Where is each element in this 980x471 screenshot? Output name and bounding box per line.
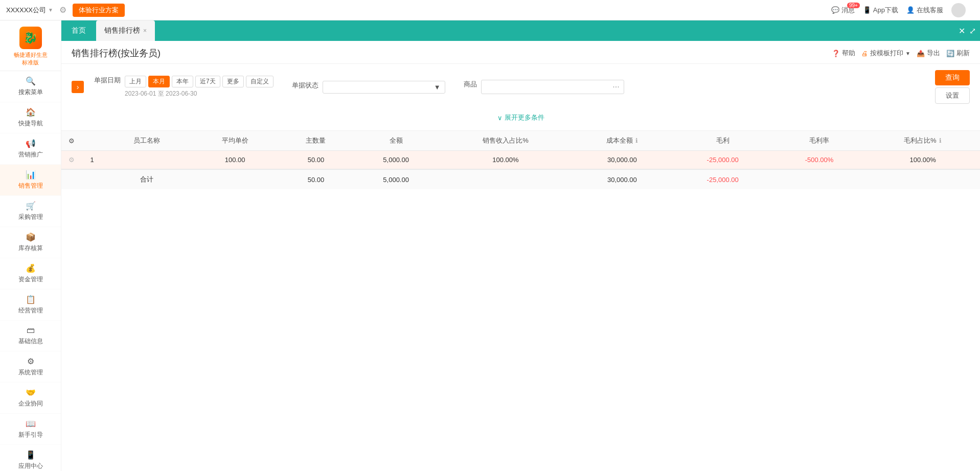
sidebar-item-label: 经营管理 [18, 306, 43, 315]
row-cost: 30,000.00 [572, 151, 672, 170]
sidebar-item-apps[interactable]: 📱 应用中心 [0, 445, 61, 471]
footer-gross: -25,000.00 [673, 169, 773, 189]
app-label: App下载 [873, 6, 898, 15]
table-row: ⚙ 1 100.00 50.00 5,000.00 100.00% 30,000… [61, 151, 980, 170]
tab-sales-ranking[interactable]: 销售排行榜 × [96, 20, 155, 41]
footer-gross-pct [865, 169, 980, 189]
sidebar-item-search[interactable]: 🔍 搜索菜单 [0, 71, 61, 102]
filter-expand-arrow[interactable]: › [72, 81, 84, 93]
sidebar-item-management[interactable]: 📋 经营管理 [0, 289, 61, 321]
sidebar-item-inventory[interactable]: 📦 库存核算 [0, 227, 61, 258]
sidebar-item-system[interactable]: ⚙ 系统管理 [0, 351, 61, 383]
page-content: 销售排行榜(按业务员) ❓ 帮助 🖨 按模板打印 ▼ 📤 导出 [61, 41, 980, 471]
tab-close-icon[interactable]: × [143, 27, 147, 34]
sidebar-item-purchase[interactable]: 🛒 采购管理 [0, 196, 61, 227]
col-gross: 毛利 [673, 131, 773, 151]
home-icon: 🏠 [26, 107, 36, 117]
cost-info-icon[interactable]: ℹ [635, 137, 638, 144]
settings-icon[interactable]: ⚙ [59, 5, 66, 15]
date-btn-this-year[interactable]: 本年 [172, 76, 193, 87]
window-close-button[interactable]: ✕ [959, 26, 965, 36]
tab-home-label: 首页 [72, 26, 86, 35]
expand-conditions-button[interactable]: ∨ 展开更多条件 [491, 111, 551, 124]
row-gross: -25,000.00 [673, 151, 773, 170]
guide-icon: 📖 [26, 419, 36, 429]
table-header-row: ⚙ 员工名称 平均单价 主数量 全额 销售收入占比% 成本全额 ℹ 毛利 [61, 131, 980, 151]
tab-active-label: 销售排行榜 [104, 26, 140, 35]
footer-sales-pct [440, 169, 572, 189]
row-avg-price: 100.00 [191, 151, 279, 170]
footer-gross-rate [773, 169, 865, 189]
date-btn-7days[interactable]: 近7天 [195, 76, 220, 87]
date-range: 2023-06-01 至 2023-06-30 [125, 89, 274, 98]
sidebar-item-basics[interactable]: 🗃 基础信息 [0, 321, 61, 351]
trial-button[interactable]: 体验行业方案 [73, 4, 125, 17]
goods-filter-group: 商品 ··· [464, 80, 624, 94]
footer-amount: 5,000.00 [353, 169, 440, 189]
col-amount: 全额 [353, 131, 440, 151]
table-body: ⚙ 1 100.00 50.00 5,000.00 100.00% 30,000… [61, 151, 980, 170]
chevron-down-icon: ▼ [48, 7, 53, 13]
status-dropdown-icon: ▼ [434, 83, 441, 91]
sidebar-logo: 🐉 畅捷通好生意 标准版 [0, 20, 61, 71]
refresh-button[interactable]: 🔄 刷新 [946, 49, 970, 58]
online-service-button[interactable]: 👤 在线客服 [906, 6, 943, 15]
company-selector[interactable]: XXXXXX公司 ▼ [6, 6, 53, 15]
col-settings[interactable]: ⚙ [61, 131, 82, 151]
window-maximize-button[interactable]: ⤢ [969, 26, 976, 36]
status-select[interactable]: ▼ [323, 81, 445, 94]
avatar[interactable] [951, 3, 966, 17]
sidebar-item-sales[interactable]: 📊 销售管理 [0, 165, 61, 196]
sidebar-item-guide[interactable]: 📖 新手引导 [0, 414, 61, 445]
table-settings-button[interactable]: 设置 [935, 87, 970, 104]
help-icon: ❓ [832, 50, 840, 57]
date-btn-prev-month[interactable]: 上月 [125, 76, 146, 87]
app-download-button[interactable]: 📱 App下载 [863, 6, 898, 15]
footer-settings-col [61, 169, 82, 189]
date-btn-custom[interactable]: 自定义 [246, 76, 274, 87]
filter-area: › 单据日期 上月 本月 本年 近7天 更多 自定义 [61, 64, 980, 131]
date-filter-label: 单据日期 [94, 76, 121, 85]
top-bar: XXXXXX公司 ▼ ⚙ 体验行业方案 💬 消息 99+ 📱 App下载 👤 在… [0, 0, 980, 20]
collab-icon: 🤝 [26, 388, 36, 397]
col-gross-rate: 毛利率 [773, 131, 865, 151]
row-sales-pct: 100.00% [440, 151, 572, 170]
print-dropdown-icon[interactable]: ▼ [905, 51, 910, 56]
row-settings-icon[interactable]: ⚙ [61, 151, 82, 170]
query-button[interactable]: 查询 [935, 70, 970, 85]
sidebar-item-label: 资金管理 [18, 275, 43, 284]
footer-cost: 30,000.00 [572, 169, 672, 189]
sidebar-item-marketing[interactable]: 📢 营销推广 [0, 133, 61, 165]
export-button[interactable]: 📤 导出 [917, 49, 940, 58]
table-area: ⚙ 员工名称 平均单价 主数量 全额 销售收入占比% 成本全额 ℹ 毛利 [61, 131, 980, 471]
sidebar-item-quicknav[interactable]: 🏠 快捷导航 [0, 102, 61, 133]
sidebar-item-finance[interactable]: 💰 资金管理 [0, 258, 61, 289]
sidebar-item-label: 应用中心 [18, 462, 43, 470]
tab-bar-actions: ✕ ⤢ [959, 26, 980, 36]
row-gross-pct: 100.00% [865, 151, 980, 170]
help-button[interactable]: ❓ 帮助 [832, 49, 855, 58]
goods-more-icon[interactable]: ··· [612, 82, 619, 92]
col-sales-pct: 销售收入占比% [440, 131, 572, 151]
expand-icon: ∨ [497, 114, 503, 122]
sidebar-item-label: 营销推广 [18, 150, 43, 159]
date-btn-more[interactable]: 更多 [222, 76, 244, 87]
goods-input[interactable]: ··· [481, 80, 624, 94]
expand-row: ∨ 展开更多条件 [72, 107, 970, 124]
export-icon: 📤 [917, 50, 925, 57]
date-btn-this-month[interactable]: 本月 [148, 76, 170, 87]
inventory-icon: 📦 [26, 232, 36, 242]
status-filter-label: 单据状态 [292, 81, 318, 90]
footer-label: 合计 [102, 169, 191, 189]
tab-home[interactable]: 首页 [61, 20, 96, 41]
message-button[interactable]: 💬 消息 99+ [831, 6, 855, 15]
col-qty: 主数量 [279, 131, 352, 151]
sidebar-item-collab[interactable]: 🤝 企业协同 [0, 383, 61, 414]
main-layout: 🐉 畅捷通好生意 标准版 🔍 搜索菜单 🏠 快捷导航 📢 营销推广 📊 销售管理… [0, 20, 980, 471]
grosspct-info-icon[interactable]: ℹ [939, 137, 942, 144]
page-title: 销售排行榜(按业务员) [72, 47, 832, 59]
filter-row-1: › 单据日期 上月 本月 本年 近7天 更多 自定义 [72, 70, 970, 104]
print-button[interactable]: 🖨 按模板打印 ▼ [861, 49, 910, 58]
row-gross-rate: -500.00% [773, 151, 865, 170]
content-area: 首页 销售排行榜 × ✕ ⤢ 销售排行榜(按业务员) ❓ 帮助 [61, 20, 980, 471]
